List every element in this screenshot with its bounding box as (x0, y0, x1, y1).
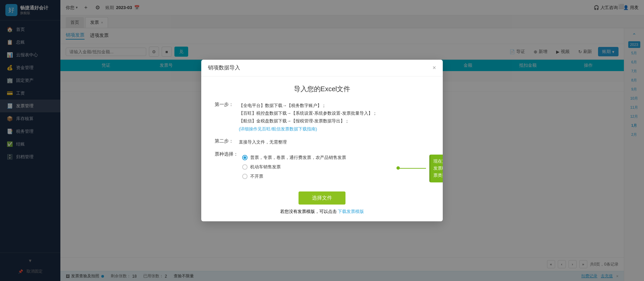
modal-footer: 选择文件 若您没有发票模版，可以点击 下载发票模版 (201, 186, 443, 221)
footer-note-row: 若您没有发票模版，可以点击 下载发票模版 (280, 209, 364, 215)
modal-body: 导入您的Excel文件 第一步： 【全电平台】数据下载→【税务数字账户】； 【百… (201, 76, 443, 186)
tooltip-container: 现在支持的票种多了，导入发票时别忘了选择正确的发票类型呀! × (429, 155, 443, 182)
ticket-label: 票种选择： (215, 151, 238, 157)
step2-content: 直接导入文件，无需整理 (239, 138, 287, 146)
footer-note-text: 若您没有发票模版，可以点击 (280, 209, 337, 214)
radio-dot-1 (244, 156, 246, 159)
ticket-selection-row: 票种选择： 普票，专票，卷票，通行费发票，农产品销售发票 机动车销售发票 (215, 151, 429, 179)
modal-header: 销项数据导入 × (201, 60, 443, 76)
radio-option-1[interactable]: 普票，专票，卷票，通行费发票，农产品销售发票 (242, 155, 346, 161)
radio-option-3[interactable]: 不开票 (242, 173, 346, 179)
step1-row: 第一步： 【全电平台】数据下载→【税务数字账户】； 【百旺】税控盘数据下载→【系… (215, 102, 429, 133)
tooltip-line (399, 168, 426, 169)
modal-close-btn[interactable]: × (432, 65, 436, 71)
modal-main-title: 导入您的Excel文件 (215, 85, 429, 94)
step1-line-3: 【航信】金税盘数据下载→【报税管理-发票数据导出】； (239, 117, 377, 125)
radio-option-2[interactable]: 机动车销售发票 (242, 164, 346, 170)
tooltip-dot (396, 166, 400, 170)
tooltip-bubble: 现在支持的票种多了，导入发票时别忘了选择正确的发票类型呀! × (429, 155, 443, 182)
step2-row: 第二步： 直接导入文件，无需整理 (215, 138, 429, 146)
step1-guide-link[interactable]: (详细操作见百旺/航信发票数据下载指南) (239, 125, 377, 133)
step1-line-1: 【全电平台】数据下载→【税务数字账户】； (239, 102, 377, 109)
step1-content: 【全电平台】数据下载→【税务数字账户】； 【百旺】税控盘数据下载→【系统设置-系… (239, 102, 377, 133)
modal-overlay[interactable]: 销项数据导入 × 导入您的Excel文件 第一步： 【全电平台】数据下载→【税务… (0, 0, 644, 281)
select-file-button[interactable]: 选择文件 (299, 191, 345, 205)
modal-title: 销项数据导入 (208, 64, 240, 71)
step2-label: 第二步： (215, 138, 235, 144)
radio-circle-2 (242, 164, 248, 170)
step1-label: 第一步： (215, 102, 235, 108)
radio-group: 普票，专票，卷票，通行费发票，农产品销售发票 机动车销售发票 不开票 (242, 155, 346, 179)
import-modal: 销项数据导入 × 导入您的Excel文件 第一步： 【全电平台】数据下载→【税务… (201, 60, 443, 222)
tooltip-bar (429, 155, 430, 182)
download-template-link[interactable]: 下载发票模版 (338, 209, 364, 214)
radio-circle-3 (242, 174, 248, 179)
step1-line-2: 【百旺】税控盘数据下载→【系统设置-系统参数设置-发票批量导入】； (239, 109, 377, 117)
tooltip-text: 现在支持的票种多了，导入发票时别忘了选择正确的发票类型呀! (433, 159, 443, 178)
radio-circle-1 (242, 155, 248, 160)
